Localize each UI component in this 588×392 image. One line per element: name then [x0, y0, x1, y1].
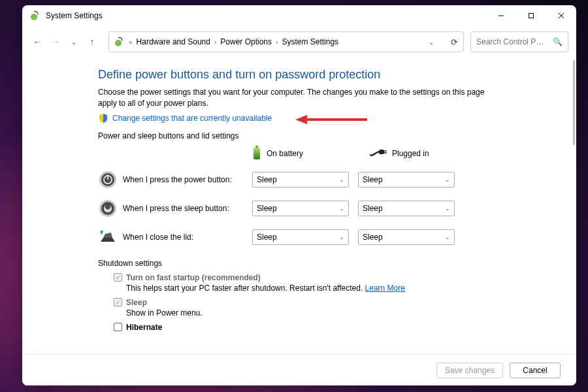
chevron-down-icon: ⌄	[339, 234, 344, 240]
col-plugged-label: Plugged in	[392, 149, 429, 158]
annotation-arrow	[295, 114, 367, 128]
breadcrumb-1[interactable]: Power Options	[220, 37, 272, 46]
window: System Settings ← → ⌄ ↑ « Hardware and S…	[22, 5, 576, 385]
chevron-right-icon: ›	[214, 39, 216, 46]
chevron-down-icon: ⌄	[445, 234, 450, 240]
recent-dropdown[interactable]: ⌄	[67, 35, 81, 49]
svg-rect-2	[529, 14, 534, 18]
chevron-down-icon: ⌄	[445, 205, 450, 212]
breadcrumb-prefix: «	[129, 39, 133, 46]
sleep-button-icon	[98, 199, 118, 218]
col-battery-label: On battery	[267, 149, 303, 158]
plug-icon	[370, 148, 387, 159]
chevron-down-icon[interactable]: ⌄	[429, 39, 434, 46]
checkbox-hibernate[interactable]	[114, 323, 122, 331]
opt-title: Hibernate	[126, 323, 162, 332]
page-intro: Choose the power settings that you want …	[98, 87, 497, 109]
cancel-button[interactable]: Cancel	[510, 363, 561, 378]
breadcrumb-2[interactable]: System Settings	[282, 37, 338, 46]
column-headers: On battery Plugged in	[98, 146, 553, 162]
shield-icon	[98, 113, 108, 123]
row-label: When I press the sleep button:	[123, 204, 252, 213]
sleep-plugged-select[interactable]: Sleep⌄	[358, 201, 455, 216]
checkbox-sleep: ✓	[114, 298, 122, 306]
laptop-lid-icon	[98, 227, 118, 247]
chevron-down-icon: ⌄	[339, 205, 344, 212]
refresh-button[interactable]: ⟳	[451, 37, 458, 47]
window-title: System Settings	[46, 11, 103, 20]
minimize-button[interactable]	[486, 5, 516, 26]
control-panel-icon	[114, 37, 125, 47]
search-icon: 🔍	[553, 37, 563, 46]
checkbox-fast-startup: ✓	[114, 273, 122, 282]
svg-rect-10	[379, 150, 384, 154]
scrollbar[interactable]	[570, 60, 575, 351]
close-button[interactable]	[546, 5, 576, 26]
power-plugged-select[interactable]: Sleep⌄	[358, 172, 455, 188]
learn-more-link[interactable]: Learn More	[365, 284, 405, 293]
svg-point-5	[115, 40, 122, 46]
opt-title: Turn on fast startup (recommended)	[126, 273, 261, 282]
row-power-button: When I press the power button: Sleep⌄ Sl…	[98, 170, 553, 189]
save-button: Save changes	[436, 363, 503, 378]
power-button-icon	[98, 170, 118, 189]
chevron-down-icon: ⌄	[339, 176, 344, 183]
footer: Save changes Cancel	[22, 354, 576, 385]
sleep-battery-select[interactable]: Sleep⌄	[252, 201, 349, 216]
lid-plugged-select[interactable]: Sleep⌄	[358, 229, 455, 245]
section-buttons-label: Power and sleep buttons and lid settings	[98, 131, 553, 140]
navbar: ← → ⌄ ↑ « Hardware and Sound › Power Opt…	[22, 26, 576, 57]
search-input[interactable]	[476, 37, 550, 46]
svg-rect-9	[253, 148, 260, 159]
opt-title: Sleep	[126, 298, 147, 307]
forward-button[interactable]: →	[48, 35, 63, 49]
titlebar: System Settings	[22, 5, 576, 26]
chevron-down-icon: ⌄	[445, 176, 450, 183]
back-button[interactable]: ←	[30, 35, 44, 49]
breadcrumb-0[interactable]: Hardware and Sound	[137, 37, 210, 46]
svg-point-0	[31, 14, 37, 20]
row-close-lid: When I close the lid: Sleep⌄ Sleep⌄	[98, 227, 553, 247]
opt-desc: Show in Power menu.	[126, 308, 553, 318]
svg-marker-7	[295, 115, 307, 124]
address-bar[interactable]: « Hardware and Sound › Power Options › S…	[108, 31, 464, 52]
row-label: When I press the power button:	[123, 175, 252, 184]
shutdown-fast-startup: ✓ Turn on fast startup (recommended) Thi…	[114, 273, 553, 293]
opt-desc: This helps start your PC faster after sh…	[126, 284, 363, 293]
svg-rect-8	[255, 146, 258, 148]
up-button[interactable]: ↑	[85, 35, 99, 49]
page-heading: Define power buttons and turn on passwor…	[98, 68, 553, 82]
change-settings-link[interactable]: Change settings that are currently unava…	[112, 114, 272, 123]
lid-battery-select[interactable]: Sleep⌄	[252, 229, 349, 245]
power-battery-select[interactable]: Sleep⌄	[252, 172, 349, 188]
svg-point-18	[101, 202, 114, 215]
section-shutdown-label: Shutdown settings	[98, 259, 553, 268]
shutdown-sleep: ✓ Sleep Show in Power menu.	[114, 298, 553, 318]
chevron-right-icon: ›	[276, 39, 278, 46]
search-box[interactable]: 🔍	[470, 31, 568, 52]
battery-icon	[252, 146, 261, 162]
content: Define power buttons and turn on passwor…	[22, 57, 576, 354]
power-icon	[30, 10, 41, 21]
row-label: When I close the lid:	[123, 233, 252, 242]
maximize-button[interactable]	[516, 5, 546, 26]
row-sleep-button: When I press the sleep button: Sleep⌄ Sl…	[98, 199, 553, 218]
shutdown-hibernate: Hibernate	[114, 323, 553, 332]
